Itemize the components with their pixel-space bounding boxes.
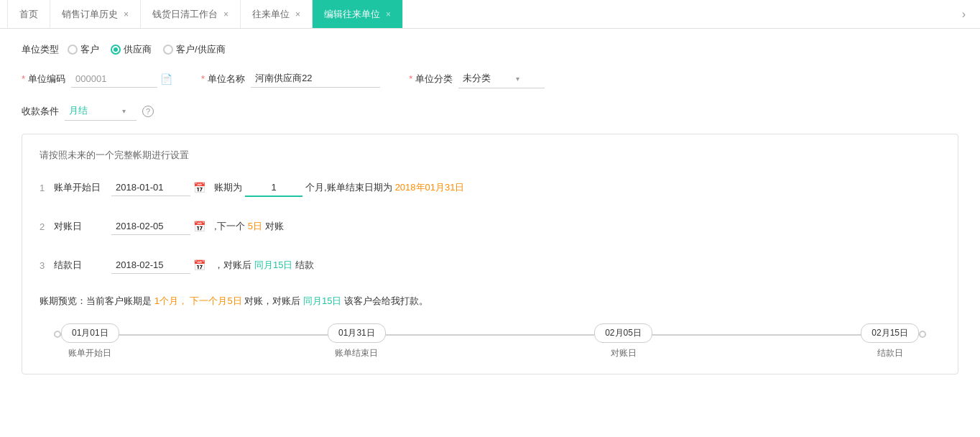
unit-code-icon[interactable]: 📄	[160, 73, 172, 85]
row-num-3: 3	[40, 260, 54, 271]
row-1-desc-suffix: 个月,账单结束日期为	[305, 181, 392, 194]
payment-terms-help[interactable]: ?	[142, 106, 154, 117]
timeline-nodes: 01月01日 账单开始日 01月31日 账单结束日 02月05日 对账日 02月…	[61, 323, 919, 359]
timeline-node-2: 02月05日 对账日	[594, 323, 652, 359]
radio-both-circle	[163, 45, 173, 55]
reconcile-date-cal-icon[interactable]: 📅	[193, 221, 205, 232]
row-3-highlight: 同月15日	[254, 259, 292, 272]
timeline-badge-2: 02月05日	[594, 323, 652, 343]
row-1-desc: 账期为 个月,账单结束日期为 2018年01月31日	[214, 179, 464, 197]
timeline-label-1: 账单结束日	[335, 347, 378, 359]
unit-type-radio-group: 客户 供应商 客户/供应商	[68, 43, 226, 56]
unit-code-input[interactable]	[71, 70, 157, 88]
row-num-1: 1	[40, 183, 54, 193]
tab-home-label: 首页	[19, 8, 38, 21]
tab-sales-history-close[interactable]: ×	[124, 9, 129, 19]
payment-date-input[interactable]	[111, 257, 190, 274]
tab-partner[interactable]: 往来单位 ×	[241, 0, 313, 28]
start-date-input[interactable]	[111, 179, 190, 196]
timeline-label-2: 对账日	[611, 347, 637, 359]
preview-end: 该客户会给我打款。	[344, 295, 428, 306]
unit-category-dropdown[interactable]: 未分类 ▾	[458, 69, 545, 88]
panel-description: 请按照未来的一个完整帐期进行设置	[40, 149, 940, 162]
tab-cash-workbench-close[interactable]: ×	[223, 9, 228, 19]
tabs-bar: 首页 销售订单历史 × 钱货日清工作台 × 往来单位 × 编辑往来单位 × ›	[0, 0, 980, 29]
radio-customer-circle	[68, 45, 78, 55]
tab-partner-close[interactable]: ×	[295, 9, 300, 19]
tab-home[interactable]: 首页	[7, 0, 50, 28]
setting-row-3: 3 结款日 📅 ，对账后 同月15日 结款	[40, 254, 940, 277]
row-3-desc-suffix: 结款	[295, 259, 314, 272]
row-3-desc: ，对账后 同月15日 结款	[214, 259, 314, 272]
unit-code-star: *	[22, 73, 25, 84]
period-input[interactable]	[245, 179, 302, 197]
unit-name-input[interactable]	[251, 70, 380, 88]
row-2-desc-prefix: ,下一个	[214, 220, 245, 233]
preview-label: 账期预览：当前客户账期是	[40, 295, 152, 306]
unit-type-row: 单位类型 客户 供应商 客户/供应商	[22, 43, 958, 56]
timeline-badge-1: 01月31日	[328, 323, 386, 343]
radio-supplier[interactable]: 供应商	[111, 43, 152, 56]
tab-sales-history-label: 销售订单历史	[62, 8, 118, 21]
preview-payment: 同月15日	[303, 295, 341, 306]
timeline-end-dot	[919, 331, 926, 338]
tab-edit-partner[interactable]: 编辑往来单位 ×	[313, 0, 403, 28]
timeline-node-0: 01月01日 账单开始日	[61, 323, 119, 359]
timeline-badge-3: 02月15日	[861, 323, 919, 343]
tab-partner-label: 往来单位	[252, 8, 290, 21]
row-label-3: 结款日	[54, 259, 111, 272]
preview-text: 账期预览：当前客户账期是 1个月， 下一个月5日 对账，对账后 同月15日 该客…	[40, 293, 940, 309]
unit-category-star: *	[409, 73, 412, 84]
tabs-more-arrow[interactable]: ›	[955, 8, 973, 21]
tab-sales-history[interactable]: 销售订单历史 ×	[50, 0, 141, 28]
radio-both-label: 客户/供应商	[176, 43, 226, 56]
row-label-2: 对账日	[54, 220, 111, 233]
timeline-wrapper: 01月01日 账单开始日 01月31日 账单结束日 02月05日 对账日 02月…	[40, 323, 940, 359]
row-2-highlight: 5日	[248, 220, 262, 233]
unit-name-label: 单位名称	[208, 73, 245, 86]
reconcile-date-input[interactable]	[111, 218, 190, 235]
payment-terms-row: 收款条件 月结 ▾ ?	[22, 101, 958, 121]
row-2-desc: ,下一个 5日 对账	[214, 220, 284, 233]
setting-row-2: 2 对账日 📅 ,下一个 5日 对账	[40, 215, 940, 238]
preview-middle: 对账，对账后	[244, 295, 300, 306]
payment-terms-arrow[interactable]: ▾	[122, 107, 126, 115]
unit-category-arrow[interactable]: ▾	[516, 75, 519, 83]
payment-terms-dropdown[interactable]: 月结 ▾	[65, 101, 137, 121]
timeline-node-1: 01月31日 账单结束日	[328, 323, 386, 359]
radio-supplier-circle	[111, 45, 121, 55]
timeline-label-3: 结款日	[877, 347, 903, 359]
start-date-cal-icon[interactable]: 📅	[193, 182, 205, 193]
unit-type-label: 单位类型	[22, 43, 59, 56]
unit-category-group: * 单位分类 未分类 ▾	[409, 69, 545, 88]
tab-cash-workbench[interactable]: 钱货日清工作台 ×	[141, 0, 241, 28]
row-num-2: 2	[40, 221, 54, 232]
row-label-1: 账单开始日	[54, 181, 111, 194]
unit-name-group: * 单位名称	[201, 70, 380, 88]
payment-date-cal-icon[interactable]: 📅	[193, 259, 205, 271]
timeline-node-3: 02月15日 结款日	[861, 323, 919, 359]
radio-customer[interactable]: 客户	[68, 43, 99, 56]
row-3-desc-prefix: ，对账后	[214, 259, 251, 272]
row-2-desc-suffix: 对账	[265, 220, 284, 233]
payment-terms-value: 月结	[65, 101, 122, 120]
timeline-label-0: 账单开始日	[68, 347, 111, 359]
setting-row-1: 1 账单开始日 📅 账期为 个月,账单结束日期为 2018年01月31日	[40, 176, 940, 199]
unit-code-label: 单位编码	[28, 73, 65, 86]
payment-terms-label: 收款条件	[22, 105, 59, 118]
preview-period: 1个月，	[154, 295, 188, 306]
tab-edit-partner-label: 编辑往来单位	[324, 8, 380, 21]
page-content: 单位类型 客户 供应商 客户/供应商 * 单位编码 📄 * 单位名称	[0, 29, 980, 437]
tab-edit-partner-close[interactable]: ×	[386, 9, 391, 19]
settings-panel: 请按照未来的一个完整帐期进行设置 1 账单开始日 📅 账期为 个月,账单结束日期…	[22, 134, 958, 374]
radio-both[interactable]: 客户/供应商	[163, 43, 226, 56]
tab-cash-workbench-label: 钱货日清工作台	[152, 8, 218, 21]
radio-supplier-label: 供应商	[124, 43, 152, 56]
row-1-end-date: 2018年01月31日	[395, 181, 465, 194]
timeline-badge-0: 01月01日	[61, 323, 119, 343]
radio-customer-label: 客户	[80, 43, 99, 56]
unit-category-value: 未分类	[458, 69, 516, 88]
row-1-desc-prefix: 账期为	[214, 181, 242, 194]
unit-fields-row: * 单位编码 📄 * 单位名称 * 单位分类 未分类 ▾	[22, 69, 958, 88]
unit-code-group: * 单位编码 📄	[22, 70, 172, 88]
